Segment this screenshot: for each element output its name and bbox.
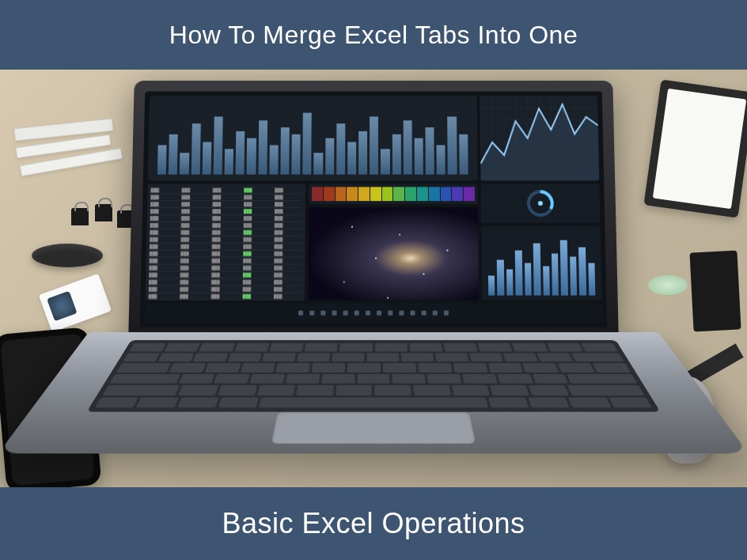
screen-data-table: ████████████████████████████████████████… — [145, 184, 305, 300]
laptop-lid: ████████████████████████████████████████… — [128, 81, 619, 339]
screen-bar-chart-right — [481, 226, 601, 301]
laptop: ████████████████████████████████████████… — [89, 78, 658, 481]
laptop-base — [0, 332, 747, 453]
laptop-keyboard — [87, 340, 661, 412]
header-banner: How To Merge Excel Tabs Into One — [0, 0, 747, 70]
laptop-screen: ████████████████████████████████████████… — [140, 92, 608, 327]
header-title: How To Merge Excel Tabs Into One — [169, 21, 578, 50]
screen-galaxy-image — [308, 207, 479, 301]
screen-line-chart — [480, 96, 600, 180]
footer-banner: Basic Excel Operations — [0, 487, 747, 560]
laptop-trackpad — [271, 412, 476, 444]
calculator — [689, 250, 741, 331]
screen-bar-chart-top — [148, 96, 478, 180]
svg-point-2 — [538, 201, 543, 206]
notepad — [643, 79, 747, 218]
screen-gauge — [481, 184, 601, 222]
screen-toolbar — [145, 304, 602, 323]
hero-image: ████████████████████████████████████████… — [0, 70, 747, 487]
footer-title: Basic Excel Operations — [222, 507, 525, 540]
screen-color-spectrum — [309, 184, 478, 204]
